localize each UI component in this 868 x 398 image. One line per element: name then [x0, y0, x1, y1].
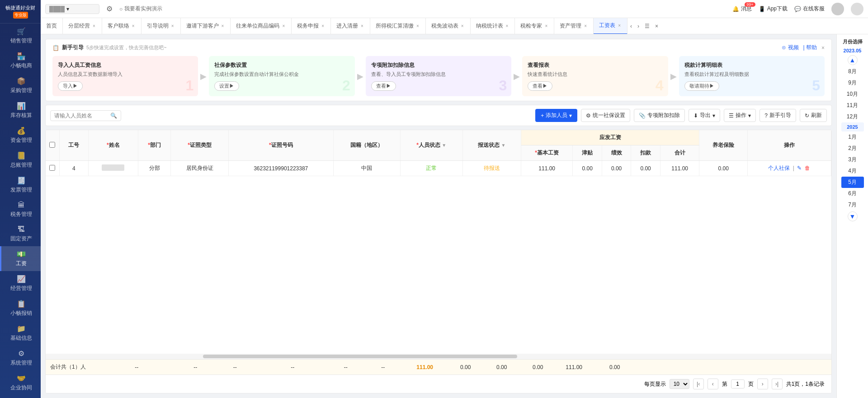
- tab-close-icon[interactable]: ×: [170, 23, 175, 29]
- sidebar-item-invoice[interactable]: 🧾 发票管理: [0, 173, 41, 197]
- tab-close-icon[interactable]: ×: [321, 23, 325, 29]
- sidebar-item-system[interactable]: ⚙ 系统管理: [0, 346, 41, 370]
- guide-button[interactable]: ? 新手引导: [760, 109, 796, 122]
- help-link[interactable]: | 帮助: [803, 44, 817, 52]
- search-icon[interactable]: 🔍: [110, 112, 117, 119]
- tab-home[interactable]: 首页: [41, 18, 63, 34]
- prev-page-button[interactable]: ‹: [708, 379, 718, 389]
- user-avatar[interactable]: [831, 3, 844, 15]
- export-button[interactable]: ⬇ 导出 ▾: [689, 109, 720, 122]
- month-6[interactable]: 6月: [841, 188, 864, 199]
- tab-guide-tab[interactable]: 引导说明 ×: [142, 18, 181, 34]
- step-view-button-3[interactable]: 查看▶: [371, 81, 396, 91]
- next-page-button[interactable]: ›: [757, 379, 768, 389]
- tab-close-icon[interactable]: ×: [281, 23, 286, 29]
- edit-icon[interactable]: ✎: [797, 165, 802, 171]
- demo-button[interactable]: ○ 我要看实例演示: [119, 5, 162, 13]
- app-download-button[interactable]: 📱 App下载: [759, 5, 788, 13]
- notifications-button[interactable]: 🔔 消息 99+: [732, 5, 752, 13]
- online-service-button[interactable]: 💬 在线客服: [794, 5, 825, 13]
- per-page-select[interactable]: 10 20 50: [670, 379, 689, 389]
- tab-tax-return[interactable]: 税务申报 ×: [292, 18, 331, 34]
- last-page-button[interactable]: ›|: [772, 379, 783, 389]
- tab-customer[interactable]: 客户联络 ×: [102, 18, 142, 34]
- tab-close-all-button[interactable]: ×: [652, 18, 661, 34]
- month-3[interactable]: 3月: [841, 154, 864, 165]
- tab-supplier-code[interactable]: 往来单位商品编码 ×: [231, 18, 292, 34]
- sidebar-item-operations[interactable]: 📈 经营管理: [0, 271, 41, 296]
- sidebar-item-inventory[interactable]: 📊 库存核算: [0, 98, 41, 123]
- tab-close-icon[interactable]: ×: [505, 23, 509, 29]
- tab-invite[interactable]: 邀请下游客户 ×: [181, 18, 231, 34]
- sidebar-item-report[interactable]: 📋 小畅报销: [0, 296, 41, 321]
- month-down-button[interactable]: ▼: [848, 211, 858, 221]
- delete-icon[interactable]: 🗑: [805, 165, 810, 171]
- tab-close-icon[interactable]: ×: [221, 23, 225, 29]
- month-up-button[interactable]: ▲: [848, 55, 858, 65]
- tab-close-icon[interactable]: ×: [131, 23, 136, 29]
- month-7[interactable]: 7月: [841, 199, 864, 211]
- tab-points[interactable]: 分层经营 ×: [63, 18, 102, 34]
- tab-tax-stat[interactable]: 纳税统计表 ×: [471, 18, 515, 34]
- unified-setting-button[interactable]: ⚙ 统一社保设置: [581, 109, 630, 122]
- tab-close-icon[interactable]: ×: [544, 23, 548, 29]
- row-checkbox[interactable]: [49, 165, 55, 171]
- tab-next-button[interactable]: ›: [635, 18, 642, 34]
- add-person-button[interactable]: + 添加人员 ▾: [535, 109, 577, 122]
- sidebar-item-ecommerce[interactable]: 🏪 小畅电商: [0, 48, 41, 73]
- tab-close-icon[interactable]: ×: [360, 23, 364, 29]
- sidebar-item-ledger[interactable]: 📒 总账管理: [0, 148, 41, 173]
- tab-prev-button[interactable]: ‹: [627, 18, 635, 34]
- step-view-button-4[interactable]: 查看▶: [528, 81, 552, 91]
- month-1[interactable]: 1月: [841, 131, 864, 143]
- sidebar-item-sales[interactable]: 🛒 销售管理: [0, 23, 41, 48]
- month-2[interactable]: 2月: [841, 143, 864, 154]
- select-all-checkbox[interactable]: [49, 142, 55, 148]
- first-page-button[interactable]: |‹: [693, 379, 704, 389]
- video-link[interactable]: ⊙ 视频: [782, 44, 798, 52]
- tab-clearance[interactable]: 进入清册 ×: [331, 18, 370, 34]
- table-scroll[interactable]: 工号 *姓名 *部门 *证照类型 *证照号码 国籍（地区） *人员状态 ▼ 报送…: [46, 130, 831, 354]
- month-11[interactable]: 11月: [841, 100, 864, 111]
- sidebar-item-finance[interactable]: 💰 资金管理: [0, 123, 41, 148]
- sidebar-item-fixed-assets[interactable]: 🏗 固定资产: [0, 222, 41, 246]
- month-4[interactable]: 4月: [841, 165, 864, 177]
- month-9[interactable]: 9月: [841, 77, 864, 89]
- search-input[interactable]: [54, 112, 108, 119]
- step-setting-button[interactable]: 设置▶: [214, 81, 239, 91]
- month-12[interactable]: 12月: [841, 111, 864, 122]
- sidebar-item-cooperation[interactable]: 🤝 企业协同: [0, 370, 41, 395]
- month-8[interactable]: 8月: [841, 66, 864, 77]
- sidebar-item-guide[interactable]: 🎯 新手引导: [0, 395, 41, 398]
- sidebar-item-tax[interactable]: 🏛 税务管理: [0, 197, 41, 222]
- sidebar-item-purchase[interactable]: 📦 采购管理: [0, 73, 41, 98]
- tab-close-icon[interactable]: ×: [460, 23, 465, 29]
- tab-close-icon[interactable]: ×: [617, 22, 622, 29]
- tab-close-icon[interactable]: ×: [583, 23, 588, 29]
- company-selector[interactable]: ████ ▾: [45, 4, 99, 14]
- step-coming-button[interactable]: 敬请期待▶: [684, 81, 719, 91]
- tab-menu-button[interactable]: ☰: [642, 18, 652, 34]
- tab-close-icon[interactable]: ×: [92, 23, 96, 29]
- gear-button[interactable]: ⚙: [103, 3, 116, 15]
- operation-button[interactable]: ☰ 操作 ▾: [724, 109, 756, 122]
- tab-payroll[interactable]: 工资表 ×: [594, 18, 627, 34]
- personal-social-insurance-link[interactable]: 个人社保: [768, 165, 790, 171]
- tab-tax-expert[interactable]: 税检专家 ×: [515, 18, 554, 34]
- tab-tax-exempt[interactable]: 税免波动表 ×: [426, 18, 471, 34]
- refresh-button[interactable]: ↻ 刷新: [800, 109, 827, 122]
- month-10[interactable]: 10月: [841, 89, 864, 100]
- tab-close-icon[interactable]: ×: [415, 23, 420, 29]
- step-import-button[interactable]: 导入▶: [58, 81, 83, 91]
- scrollbar-thumb[interactable]: [203, 355, 517, 358]
- guide-close-icon[interactable]: ×: [821, 45, 825, 51]
- sidebar-item-payroll[interactable]: 💵 工资: [0, 246, 41, 271]
- page-input[interactable]: [731, 379, 745, 389]
- horizontal-scrollbar[interactable]: [46, 354, 831, 359]
- user-avatar-2[interactable]: [851, 3, 863, 15]
- month-5[interactable]: 5月: [841, 177, 864, 188]
- tab-asset-mgmt[interactable]: 资产管理 ×: [554, 18, 594, 34]
- sidebar-item-basic[interactable]: 📁 基础信息: [0, 321, 41, 346]
- special-deduction-button[interactable]: 📎 专项附加扣除: [634, 109, 685, 122]
- tab-tax-calc[interactable]: 所得税汇算清缴 ×: [370, 18, 426, 34]
